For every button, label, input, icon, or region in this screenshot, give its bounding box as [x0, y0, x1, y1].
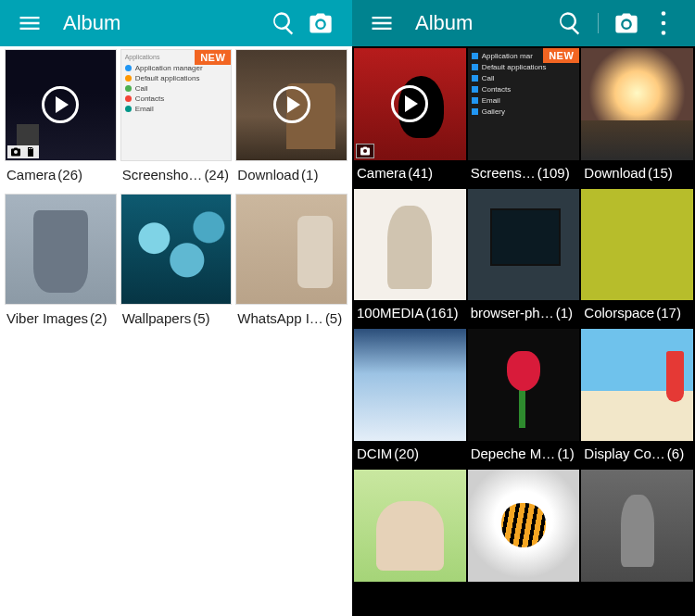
settings-row: Gallery [472, 107, 576, 116]
album-tile[interactable]: Camera (41) [354, 48, 466, 187]
album-tile[interactable] [581, 470, 693, 593]
album-name: browser-ph… [471, 305, 554, 321]
camera-icon[interactable] [302, 5, 339, 42]
album-name: WhatsApp I… [237, 310, 323, 326]
album-thumbnail [5, 49, 117, 161]
play-icon [391, 85, 428, 122]
album-name: DCIM [357, 446, 392, 461]
album-tile[interactable]: ApplicationsApplication managerDefault a… [120, 49, 233, 190]
album-caption: Download (15) [581, 160, 693, 187]
search-icon[interactable] [551, 5, 588, 42]
settings-row: Email [125, 105, 228, 113]
album-thumbnail [354, 48, 466, 160]
album-grid-left: Camera (26)ApplicationsApplication manag… [0, 46, 352, 336]
album-caption: Depeche M… (1) [468, 441, 580, 468]
settings-row: Application manager [125, 64, 228, 72]
album-tile[interactable]: Wallpapers (5) [120, 194, 233, 334]
album-caption: WhatsApp I… (5) [235, 305, 348, 333]
camera-icon[interactable] [608, 5, 645, 42]
album-tile[interactable]: Download (1) [235, 49, 348, 190]
settings-row: Call [472, 74, 576, 82]
album-caption [468, 582, 580, 593]
album-tile[interactable]: WhatsApp I… (5) [235, 194, 348, 334]
album-tile[interactable] [468, 470, 580, 593]
album-name: Camera [6, 167, 56, 182]
album-thumbnail [354, 329, 466, 441]
album-tile[interactable]: Depeche M… (1) [468, 329, 580, 468]
album-name: Display Co… [584, 446, 665, 461]
album-count: (2) [90, 310, 107, 326]
album-tile[interactable]: 100MEDIA (161) [354, 189, 466, 328]
album-caption: DCIM (20) [354, 441, 466, 468]
settings-row: Email [472, 96, 576, 105]
search-icon[interactable] [265, 5, 302, 42]
album-tile[interactable]: DCIM (20) [354, 329, 466, 468]
album-thumbnail [468, 189, 580, 301]
album-caption: Download (1) [235, 161, 348, 190]
settings-row: Contacts [125, 94, 228, 103]
settings-row: Default applications [472, 63, 576, 71]
album-thumbnail [581, 48, 693, 160]
more-icon[interactable] [645, 5, 682, 42]
new-badge: NEW [195, 50, 231, 65]
album-caption: Screens… (109) [468, 160, 580, 187]
appbar-right: Album [352, 0, 695, 46]
new-badge: NEW [543, 48, 579, 63]
album-tile[interactable]: Viber Images (2) [5, 194, 117, 334]
album-tile[interactable]: Colorspace (17) [581, 189, 693, 328]
album-thumbnail [354, 470, 466, 582]
album-caption: Camera (41) [354, 160, 466, 187]
album-name: Wallpapers [122, 310, 191, 326]
album-tile[interactable]: browser-ph… (1) [468, 189, 580, 328]
album-count: (109) [537, 165, 570, 181]
storage-badge [7, 145, 39, 158]
album-caption [581, 582, 693, 593]
album-thumbnail [235, 49, 348, 161]
album-name: Depeche M… [471, 446, 556, 461]
album-name: Download [584, 165, 646, 181]
album-tile[interactable]: Camera (26) [5, 49, 117, 190]
album-tile[interactable]: Application marDefault applicationsCallC… [468, 48, 580, 187]
album-caption: Display Co… (6) [581, 441, 693, 468]
gallery-left-panel: Album Camera (26)ApplicationsApplication… [0, 0, 352, 616]
album-caption: Wallpapers (5) [120, 305, 233, 333]
album-thumbnail [581, 329, 693, 441]
appbar-title: Album [63, 11, 120, 35]
album-count: (1) [301, 167, 318, 182]
album-grid-right: Camera (41)Application marDefault applic… [352, 46, 695, 595]
toolbar-divider [598, 13, 599, 33]
album-caption: 100MEDIA (161) [354, 300, 466, 327]
album-name: Screensho… [122, 167, 203, 182]
album-name: Screens… [471, 165, 536, 181]
album-count: (5) [193, 310, 209, 326]
album-count: (24) [204, 167, 229, 182]
album-count: (17) [656, 305, 681, 321]
appbar-title: Album [415, 11, 473, 35]
album-name: Download [237, 167, 299, 182]
play-icon [42, 86, 79, 123]
album-thumbnail [581, 189, 693, 301]
settings-row: Default applications [125, 74, 228, 82]
album-caption: browser-ph… (1) [468, 300, 580, 327]
album-thumbnail [120, 194, 233, 306]
appbar-left: Album [0, 0, 352, 46]
album-thumbnail [468, 329, 580, 441]
camera-badge [356, 144, 374, 158]
settings-row: Contacts [472, 85, 576, 94]
album-count: (6) [667, 446, 684, 461]
menu-icon[interactable] [11, 5, 48, 42]
menu-icon[interactable] [363, 5, 400, 42]
album-count: (26) [57, 167, 82, 182]
album-count: (5) [325, 310, 342, 326]
album-tile[interactable] [354, 470, 466, 593]
album-caption [354, 582, 466, 593]
album-tile[interactable]: Download (15) [581, 48, 693, 187]
album-name: Camera [357, 165, 406, 181]
album-caption: Screensho… (24) [120, 161, 233, 190]
album-tile[interactable]: Display Co… (6) [581, 329, 693, 468]
album-thumbnail [468, 470, 580, 582]
album-thumbnail: ApplicationsApplication managerDefault a… [120, 49, 233, 161]
album-thumbnail: Application marDefault applicationsCallC… [468, 48, 580, 160]
album-name: Viber Images [6, 310, 88, 326]
album-caption: Colorspace (17) [581, 300, 693, 327]
